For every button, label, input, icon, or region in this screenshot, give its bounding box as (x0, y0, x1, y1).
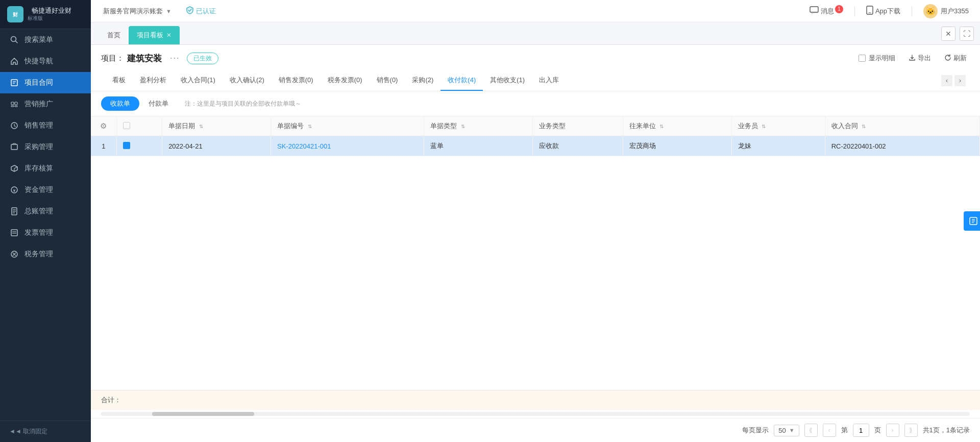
show-detail-checkbox[interactable] (859, 55, 866, 62)
next-page-button[interactable]: › (886, 424, 899, 437)
sort-contract-icon[interactable]: ⇅ (862, 124, 866, 129)
export-icon (909, 54, 916, 63)
tabbar-actions: ✕ ⛶ (941, 27, 974, 41)
export-button[interactable]: 导出 (905, 52, 934, 64)
header-checkbox[interactable] (123, 122, 130, 129)
certified-badge: 已认证 (186, 6, 216, 16)
fake-scrollbar[interactable] (101, 412, 970, 416)
sidebar-item-shortcut[interactable]: 快捷导航 (0, 51, 91, 72)
tab-expand-button[interactable]: ⛶ (960, 27, 974, 41)
tab-close-button[interactable]: ✕ (941, 27, 955, 41)
per-page-select[interactable]: 50 ▼ (774, 425, 799, 436)
sidebar-item-purchase[interactable]: 采购管理 (0, 136, 91, 158)
row-income-contract: RC-20220401-002 (831, 142, 886, 150)
project-actions: 显示明细 导出 (855, 52, 970, 64)
cell-number[interactable]: SK-20220421-001 (271, 136, 424, 156)
subtab-nav-next[interactable]: › (954, 75, 966, 86)
col-type[interactable]: 单据类型 ⇅ (424, 116, 532, 136)
tab-project-board[interactable]: 项目看板 ✕ (129, 26, 180, 44)
sidebar-item-search[interactable]: 搜索菜单 (0, 29, 91, 51)
inventory-icon (9, 163, 19, 174)
workspace-chevron-icon: ▼ (166, 8, 172, 14)
sort-date-icon[interactable]: ⇅ (199, 124, 203, 129)
svg-text:财: 财 (12, 12, 18, 17)
svg-rect-26 (867, 6, 873, 14)
sidebar-item-marketing[interactable]: 营销推广 (0, 93, 91, 115)
sidebar-item-ledger[interactable]: 总账管理 (0, 201, 91, 222)
sidebar-item-invoice[interactable]: 发票管理 (0, 222, 91, 243)
col-gear[interactable]: ⚙ (91, 116, 116, 136)
svg-rect-21 (11, 230, 17, 236)
show-detail-toggle[interactable]: 显示明细 (855, 52, 898, 64)
message-button[interactable]: 消息 1 (806, 4, 846, 18)
workspace-selector[interactable]: 新服务官网演示账套 ▼ (99, 5, 176, 18)
gear-icon[interactable]: ⚙ (97, 121, 110, 131)
sidebar-item-inventory[interactable]: 库存核算 (0, 158, 91, 179)
page-number-input[interactable] (853, 424, 869, 437)
inner-tab-receipt[interactable]: 收款单 (101, 96, 139, 111)
subtab-inout-label: 出入库 (539, 76, 559, 84)
subtab-inout[interactable]: 出入库 (532, 70, 566, 91)
col-number-label: 单据编号 (277, 122, 304, 130)
svg-rect-9 (11, 106, 14, 107)
notification-count: 1 (835, 5, 843, 13)
app-logo: 财 (7, 6, 23, 22)
sort-number-icon[interactable]: ⇅ (308, 124, 312, 129)
col-salesman[interactable]: 业务员 ⇅ (731, 116, 825, 136)
total-records-label: 共1页，1条记录 (923, 426, 970, 435)
subtab-sales[interactable]: 销售(0) (370, 70, 405, 91)
sidebar-unpin-button[interactable]: ◄◄ 取消固定 (0, 421, 91, 442)
subtab-income-contract[interactable]: 收入合同(1) (174, 70, 223, 91)
sidebar-item-label-inventory: 库存核算 (24, 164, 53, 173)
subtab-purchase[interactable]: 采购(2) (405, 70, 440, 91)
col-income-contract[interactable]: 收入合同 ⇅ (825, 116, 979, 136)
refresh-button[interactable]: 刷新 (941, 52, 970, 64)
prev-page-button[interactable]: ‹ (823, 424, 836, 437)
sidebar-item-label-project: 项目合同 (24, 78, 53, 87)
first-page-button[interactable]: ⟪ (804, 424, 818, 437)
subtab-other-expense[interactable]: 其他收支(1) (483, 70, 532, 91)
per-page-label: 每页显示 (742, 426, 769, 435)
sort-salesman-icon[interactable]: ⇅ (762, 124, 766, 129)
scrollbar-thumb[interactable] (152, 412, 254, 416)
project-status-badge: 已生效 (187, 53, 218, 64)
col-checkbox[interactable] (116, 116, 162, 136)
col-number[interactable]: 单据编号 ⇅ (271, 116, 424, 136)
subtab-sales-invoice[interactable]: 销售发票(0) (272, 70, 321, 91)
subtab-profit[interactable]: 盈利分析 (133, 70, 174, 91)
row-number-link[interactable]: SK-20220421-001 (277, 142, 331, 150)
tab-close-icon[interactable]: ✕ (166, 32, 172, 39)
col-date[interactable]: 单据日期 ⇅ (162, 116, 271, 136)
sidebar-item-capital[interactable]: ¥ 资金管理 (0, 179, 91, 201)
sidebar-item-label-capital: 资金管理 (24, 185, 53, 194)
subtab-income-confirm[interactable]: 收入确认(2) (223, 70, 272, 91)
subtab-nav-prev[interactable]: ‹ (941, 75, 952, 86)
row-checkbox[interactable] (123, 142, 130, 149)
sort-type-icon[interactable]: ⇅ (461, 124, 465, 129)
last-page-button[interactable]: ⟫ (904, 424, 918, 437)
sidebar-scroll: 搜索菜单 快捷导航 项目合同 (0, 29, 91, 421)
subtab-sales-label: 销售(0) (377, 76, 398, 84)
sidebar-item-sales[interactable]: 销售管理 (0, 115, 91, 136)
tab-home[interactable]: 首页 (99, 26, 129, 44)
invoice-icon (9, 228, 19, 238)
table-row[interactable]: 1 2022-04-21 SK-20220421-001 蓝单 (91, 136, 980, 156)
right-float-button[interactable] (964, 211, 980, 231)
subtab-receipt[interactable]: 收付款(4) (440, 70, 483, 91)
message-label: 消息 (821, 7, 834, 16)
project-more-icon[interactable]: ··· (170, 54, 180, 63)
subtab-tax-invoice[interactable]: 税务发票(0) (321, 70, 370, 91)
app-download-button[interactable]: App下载 (863, 4, 903, 18)
col-salesman-label: 业务员 (738, 122, 758, 130)
inner-tab-payment[interactable]: 付款单 (139, 96, 178, 111)
svg-line-13 (14, 167, 17, 168)
subtab-board[interactable]: 看板 (105, 70, 133, 91)
footer-total-label: 合计： (101, 396, 121, 404)
topbar-divider-2 (912, 6, 912, 16)
sidebar-item-project[interactable]: 项目合同 (0, 72, 91, 93)
user-button[interactable]: 🐱 用户3355 (920, 2, 972, 20)
sort-partner-icon[interactable]: ⇅ (659, 124, 664, 129)
sidebar-item-tax[interactable]: 税务管理 (0, 243, 91, 265)
cell-checkbox[interactable] (116, 136, 162, 156)
col-partner[interactable]: 往来单位 ⇅ (623, 116, 731, 136)
